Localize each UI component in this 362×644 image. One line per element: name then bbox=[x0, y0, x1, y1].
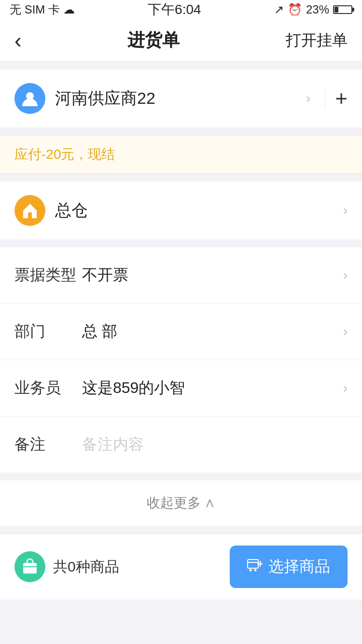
warehouse-icon bbox=[14, 195, 45, 226]
status-bar: 无 SIM 卡 ☁ 下午6:04 ↗ ⏰ 23% bbox=[0, 0, 362, 19]
collapse-button[interactable]: 收起更多 ∧ bbox=[0, 480, 362, 526]
status-right: ↗ ⏰ 23% bbox=[274, 3, 352, 16]
empty-gray-area bbox=[0, 600, 362, 644]
bag-icon bbox=[21, 558, 39, 575]
supplier-divider bbox=[325, 89, 325, 108]
back-button[interactable]: ‹ bbox=[14, 28, 22, 53]
battery-percent: 23% bbox=[306, 3, 329, 16]
invoice-type-row[interactable]: 票据类型 不开票 › bbox=[0, 247, 362, 304]
department-row[interactable]: 部门 总 部 › bbox=[0, 304, 362, 360]
remark-label: 备注 bbox=[14, 434, 82, 455]
department-value: 总 部 bbox=[82, 321, 343, 342]
remark-placeholder: 备注内容 bbox=[82, 434, 348, 455]
supplier-avatar bbox=[14, 83, 45, 114]
back-arrow-icon: ‹ bbox=[14, 28, 22, 53]
product-count: 共0种商品 bbox=[53, 557, 119, 577]
supplier-arrow-icon: › bbox=[306, 91, 310, 106]
notice-banner: 应付-20元，现结 bbox=[0, 135, 362, 174]
svg-rect-1 bbox=[23, 563, 37, 574]
warehouse-arrow-icon: › bbox=[343, 203, 348, 218]
remark-row[interactable]: 备注 备注内容 bbox=[0, 417, 362, 473]
salesperson-label: 业务员 bbox=[14, 378, 82, 399]
supplier-row[interactable]: 河南供应商22 › + bbox=[0, 70, 362, 127]
sim-status: 无 SIM 卡 ☁ bbox=[10, 2, 75, 17]
salesperson-value: 这是859的小智 bbox=[82, 378, 343, 399]
svg-rect-3 bbox=[248, 560, 258, 568]
status-time: 下午6:04 bbox=[148, 0, 201, 19]
supplier-card: 河南供应商22 › + bbox=[0, 70, 362, 127]
invoice-type-arrow-icon: › bbox=[343, 267, 348, 283]
salesperson-row[interactable]: 业务员 这是859的小智 › bbox=[0, 360, 362, 417]
open-pending-button[interactable]: 打开挂单 bbox=[286, 30, 348, 51]
warehouse-card[interactable]: 总仓 › bbox=[0, 182, 362, 239]
product-icon-bg bbox=[14, 551, 45, 582]
cart-svg-icon bbox=[247, 559, 263, 572]
nav-bar: ‹ 进货单 打开挂单 bbox=[0, 19, 362, 62]
salesperson-arrow-icon: › bbox=[343, 380, 348, 396]
bottom-left: 共0种商品 bbox=[14, 551, 119, 582]
status-left: 无 SIM 卡 ☁ bbox=[10, 2, 75, 17]
page-title: 进货单 bbox=[127, 28, 180, 52]
bottom-bar: 共0种商品 选择商品 bbox=[0, 533, 362, 600]
select-product-label: 选择商品 bbox=[268, 556, 330, 577]
main-content: 河南供应商22 › + 应付-20元，现结 总仓 › 票据类型 不开票 › bbox=[0, 62, 362, 644]
supplier-name: 河南供应商22 bbox=[55, 87, 306, 110]
svg-point-6 bbox=[254, 569, 257, 571]
invoice-type-label: 票据类型 bbox=[14, 265, 82, 286]
battery-icon bbox=[333, 5, 352, 14]
svg-point-5 bbox=[250, 569, 252, 571]
cart-icon bbox=[247, 559, 263, 575]
form-section: 票据类型 不开票 › 部门 总 部 › 业务员 这是859的小智 › 备注 备注… bbox=[0, 247, 362, 473]
warehouse-row[interactable]: 总仓 › bbox=[0, 182, 362, 239]
warehouse-name: 总仓 bbox=[55, 199, 343, 222]
department-arrow-icon: › bbox=[343, 324, 348, 339]
add-supplier-button[interactable]: + bbox=[335, 86, 348, 111]
home-icon bbox=[21, 202, 39, 219]
department-label: 部门 bbox=[14, 321, 82, 342]
select-product-button[interactable]: 选择商品 bbox=[230, 546, 348, 588]
location-icon: ↗ bbox=[274, 3, 284, 16]
alarm-icon: ⏰ bbox=[288, 3, 302, 16]
invoice-type-value: 不开票 bbox=[82, 265, 343, 286]
person-icon bbox=[21, 90, 39, 107]
